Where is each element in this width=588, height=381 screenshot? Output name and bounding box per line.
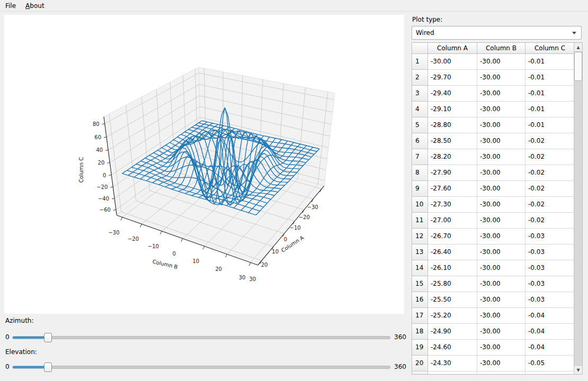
column-header[interactable]: Column C xyxy=(525,43,575,54)
row-number-cell[interactable]: 17 xyxy=(412,308,428,324)
table-cell[interactable]: -24.90 xyxy=(428,324,477,340)
azimuth-slider[interactable] xyxy=(12,336,390,339)
row-number-cell[interactable]: 16 xyxy=(412,292,428,308)
table-cell[interactable]: -30.00 xyxy=(477,149,525,165)
table-cell[interactable]: -30.00 xyxy=(428,54,477,70)
row-number-cell[interactable]: 4 xyxy=(412,102,428,117)
row-number-cell[interactable]: 6 xyxy=(412,133,428,149)
table-cell[interactable]: -29.40 xyxy=(428,86,477,102)
table-cell[interactable]: -30.00 xyxy=(477,54,525,70)
row-number-cell[interactable]: 5 xyxy=(412,117,428,133)
row-number-cell[interactable]: 1 xyxy=(412,54,428,70)
row-number-cell[interactable]: 15 xyxy=(412,276,428,292)
table-cell[interactable]: -0.01 xyxy=(525,86,575,102)
table-cell[interactable]: -0.01 xyxy=(525,54,575,70)
table-cell[interactable]: -30.00 xyxy=(477,260,525,276)
column-header[interactable]: Column B xyxy=(477,43,525,54)
table-cell[interactable]: -30.00 xyxy=(477,324,525,340)
table-cell[interactable]: -30.00 xyxy=(477,86,525,102)
row-number-cell[interactable]: 19 xyxy=(412,340,428,356)
table-cell[interactable]: -30.00 xyxy=(477,356,525,371)
table-cell[interactable]: -30.00 xyxy=(477,229,525,244)
table-cell[interactable]: -26.10 xyxy=(428,260,477,276)
table-cell[interactable]: -0.01 xyxy=(525,117,575,133)
table-cell[interactable]: -30.00 xyxy=(477,117,525,133)
table-cell[interactable]: -30.00 xyxy=(477,276,525,292)
table-cell[interactable]: -28.80 xyxy=(428,117,477,133)
table-cell[interactable]: -30.00 xyxy=(477,213,525,229)
elevation-slider[interactable] xyxy=(12,366,390,369)
table-cell[interactable]: -0.02 xyxy=(525,165,575,181)
table-cell[interactable]: -27.90 xyxy=(428,165,477,181)
row-number-cell[interactable]: 20 xyxy=(412,356,428,371)
row-number-cell[interactable]: 14 xyxy=(412,260,428,276)
table-cell[interactable]: -0.02 xyxy=(525,197,575,213)
table-row: 6-28.50-30.00-0.02 xyxy=(412,133,582,149)
azimuth-slider-handle[interactable] xyxy=(44,333,52,342)
table-cell[interactable]: -30.00 xyxy=(477,292,525,308)
table-cell[interactable]: -0.04 xyxy=(525,340,575,356)
table-cell[interactable]: -30.00 xyxy=(477,133,525,149)
table-cell[interactable]: -27.60 xyxy=(428,181,477,197)
table-cell[interactable]: -29.10 xyxy=(428,102,477,117)
table-cell[interactable]: -25.80 xyxy=(428,276,477,292)
table-cell[interactable]: -0.02 xyxy=(525,133,575,149)
table-cell[interactable]: -30.00 xyxy=(477,70,525,86)
table-cell[interactable]: -26.70 xyxy=(428,229,477,244)
menu-item-file[interactable]: File xyxy=(1,1,20,11)
row-number-cell[interactable]: 13 xyxy=(412,244,428,260)
table-cell[interactable]: -28.50 xyxy=(428,133,477,149)
elevation-slider-handle[interactable] xyxy=(44,362,52,372)
table-cell[interactable]: -25.20 xyxy=(428,308,477,324)
table-row: 11-27.00-30.00-0.02 xyxy=(412,213,582,229)
table-cell[interactable]: -30.00 xyxy=(477,102,525,117)
row-number-cell[interactable]: 3 xyxy=(412,86,428,102)
table-cell[interactable]: -0.04 xyxy=(525,324,575,340)
row-number-cell[interactable]: 11 xyxy=(412,213,428,229)
row-number-cell[interactable]: 10 xyxy=(412,197,428,213)
table-cell[interactable]: -30.00 xyxy=(477,197,525,213)
table-cell[interactable]: -0.04 xyxy=(525,308,575,324)
table-cell[interactable]: -24.60 xyxy=(428,340,477,356)
scroll-up-icon[interactable]: ▲ xyxy=(574,43,582,52)
scrollbar-thumb[interactable] xyxy=(574,52,582,81)
table-cell[interactable]: -0.03 xyxy=(525,260,575,276)
table-cell[interactable]: -0.03 xyxy=(525,276,575,292)
table-cell[interactable]: -26.40 xyxy=(428,244,477,260)
svg-text:0: 0 xyxy=(284,237,287,242)
table-cell[interactable]: -0.02 xyxy=(525,149,575,165)
scroll-down-icon[interactable]: ▼ xyxy=(574,365,582,374)
table-cell[interactable]: -24.30 xyxy=(428,356,477,371)
table-cell[interactable]: -0.01 xyxy=(525,70,575,86)
row-number-cell[interactable]: 7 xyxy=(412,149,428,165)
vertical-scrollbar[interactable]: ▲ ▼ xyxy=(574,43,582,374)
table-cell[interactable]: -30.00 xyxy=(477,244,525,260)
table-cell[interactable]: -0.02 xyxy=(525,181,575,197)
plot-canvas[interactable]: −30−20−100102030−30−20−10010203080604020… xyxy=(4,15,404,314)
table-cell[interactable]: -30.00 xyxy=(477,340,525,356)
table-cell[interactable]: -27.30 xyxy=(428,197,477,213)
row-number-cell[interactable]: 2 xyxy=(412,70,428,86)
row-number-cell[interactable]: 18 xyxy=(412,324,428,340)
table-cell[interactable]: -0.03 xyxy=(525,244,575,260)
elevation-slider-fill xyxy=(13,366,48,368)
table-cell[interactable]: -25.50 xyxy=(428,292,477,308)
table-cell[interactable]: -0.03 xyxy=(525,229,575,244)
row-number-cell[interactable]: 8 xyxy=(412,165,428,181)
row-number-cell[interactable]: 9 xyxy=(412,181,428,197)
table-cell[interactable]: -30.00 xyxy=(477,181,525,197)
table-cell[interactable]: -0.05 xyxy=(525,356,575,371)
table-corner-header[interactable] xyxy=(412,43,428,54)
column-header[interactable]: Column A xyxy=(428,43,477,54)
row-number-cell[interactable]: 12 xyxy=(412,229,428,244)
table-cell[interactable]: -30.00 xyxy=(477,308,525,324)
table-cell[interactable]: -28.20 xyxy=(428,149,477,165)
table-cell[interactable]: -0.01 xyxy=(525,102,575,117)
menu-item-about[interactable]: About xyxy=(21,1,49,11)
table-cell[interactable]: -27.00 xyxy=(428,213,477,229)
table-cell[interactable]: -0.03 xyxy=(525,292,575,308)
plot-type-combobox[interactable]: Wired xyxy=(412,26,582,40)
table-cell[interactable]: -0.02 xyxy=(525,213,575,229)
table-cell[interactable]: -29.70 xyxy=(428,70,477,86)
table-cell[interactable]: -30.00 xyxy=(477,165,525,181)
